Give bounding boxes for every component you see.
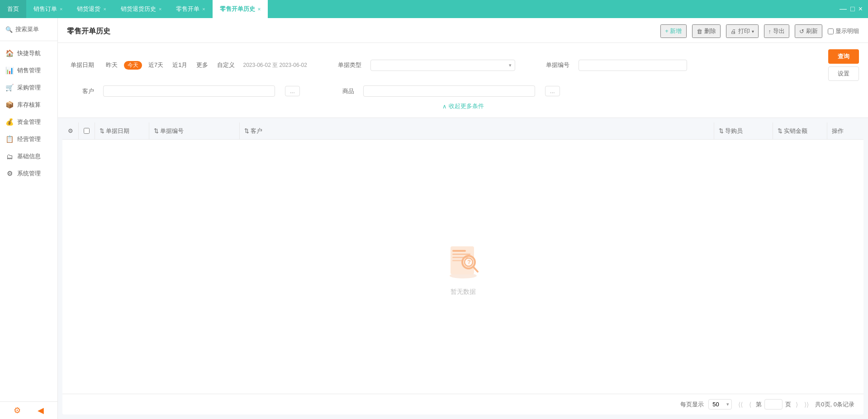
tab-sales-order-label: 销售订单 <box>33 5 57 13</box>
collapse-sidebar-icon[interactable]: ◀ <box>38 405 44 415</box>
svg-rect-3 <box>452 254 470 255</box>
print-arrow-icon: ▾ <box>752 29 754 34</box>
th-customer[interactable]: ⇅ 客户 <box>240 122 714 139</box>
page-header: 零售开单历史 + 新增 🗑 🗑 删除 删除 🖨 打印 ▾ ↑ 导出 <box>58 18 868 43</box>
show-details-checkbox[interactable] <box>828 28 834 34</box>
type-select[interactable] <box>370 60 515 71</box>
sidebar-item-sales-mgmt[interactable]: 📊 销售管理 <box>0 62 57 79</box>
tab-sales-return[interactable]: 销货退货 × <box>70 0 113 18</box>
empty-text: 暂无数据 <box>451 288 476 296</box>
th-action-label: 操作 <box>832 127 844 135</box>
tab-retail-open-close[interactable]: × <box>202 6 205 12</box>
table-area: ⚙ ⇅ 单据日期 ⇅ 单据编号 ⇅ 客户 ⇅ <box>62 122 863 414</box>
filter-row-2: 客户 ... 商品 ... <box>67 85 859 97</box>
th-guide[interactable]: ⇅ 导购员 <box>714 122 773 139</box>
svg-rect-2 <box>452 250 466 252</box>
customer-filter-input[interactable] <box>103 85 275 97</box>
settings-icon[interactable]: ⚙ <box>14 405 21 415</box>
sort-icon-num: ⇅ <box>154 127 159 134</box>
tab-home[interactable]: 首页 <box>0 0 26 18</box>
sidebar-item-purchase-mgmt[interactable]: 🛒 采购管理 <box>0 79 57 96</box>
sidebar-item-purchase-mgmt-label: 采购管理 <box>17 84 41 92</box>
sidebar-nav: 🏠 快捷导航 📊 销售管理 🛒 采购管理 📦 库存核算 💰 资金管理 📋 <box>0 41 57 401</box>
export-button[interactable]: ↑ 导出 <box>764 24 790 38</box>
tab-sales-return-history[interactable]: 销货退货历史 × <box>114 0 169 18</box>
sidebar-item-inventory[interactable]: 📦 库存核算 <box>0 96 57 113</box>
top-bar: 首页 销售订单 × 销货退货 × 销货退货历史 × 零售开单 × 零售开单历史 … <box>0 0 868 18</box>
maximize-button[interactable]: □ <box>850 5 855 13</box>
tab-retail-open[interactable]: 零售开单 × <box>169 0 212 18</box>
collapse-label: 收起更多条件 <box>449 102 484 110</box>
date-range-display: 2023-06-02 至 2023-06-02 <box>243 61 307 69</box>
operations-icon: 📋 <box>5 135 14 143</box>
last-page-button[interactable]: ⟩⟩ <box>802 400 811 409</box>
sidebar-item-quick-nav[interactable]: 🏠 快捷导航 <box>0 45 57 62</box>
delete-button[interactable]: 🗑 🗑 删除 删除 <box>692 24 721 38</box>
sidebar-item-inventory-label: 库存核算 <box>17 101 41 109</box>
filter-area: 单据日期 昨天 今天 近7天 近1月 更多 自定义 2023-06-02 至 2… <box>58 43 868 118</box>
customer-filter-label: 客户 <box>67 87 94 95</box>
1month-shortcut[interactable]: 近1月 <box>170 60 190 70</box>
show-details-label: 显示明细 <box>835 27 859 35</box>
num-filter-input[interactable] <box>579 60 687 71</box>
goods-filter-input[interactable] <box>363 85 535 97</box>
collapse-button[interactable]: ∧ 收起更多条件 <box>442 101 484 111</box>
7days-shortcut[interactable]: 近7天 <box>146 60 166 70</box>
collapse-arrow-icon: ∧ <box>442 103 447 110</box>
sidebar-item-quick-nav-label: 快捷导航 <box>17 49 41 57</box>
th-amount[interactable]: ⇅ 实销金额 <box>773 122 827 139</box>
table-header: ⚙ ⇅ 单据日期 ⇅ 单据编号 ⇅ 客户 ⇅ <box>62 122 863 140</box>
customer-ellipsis-button[interactable]: ... <box>285 86 300 96</box>
tab-home-label: 首页 <box>7 5 19 13</box>
sidebar-item-sys-mgmt[interactable]: ⚙ 系统管理 <box>0 165 57 182</box>
new-button[interactable]: + 新增 <box>660 24 686 38</box>
show-details-toggle[interactable]: 显示明细 <box>828 27 859 35</box>
yesterday-shortcut[interactable]: 昨天 <box>103 60 120 70</box>
close-button[interactable]: × <box>859 5 863 13</box>
sidebar-item-base-info[interactable]: 🗂 基础信息 <box>0 148 57 165</box>
tab-sales-return-history-close[interactable]: × <box>159 6 161 12</box>
custom-shortcut[interactable]: 自定义 <box>214 60 237 70</box>
sidebar-item-sales-mgmt-label: 销售管理 <box>17 66 41 75</box>
base-info-icon: 🗂 <box>5 153 14 160</box>
inventory-icon: 📦 <box>5 101 14 109</box>
refresh-button[interactable]: ↺ 刷新 <box>795 24 822 38</box>
setting-button[interactable]: 设置 <box>828 66 859 81</box>
tab-retail-open-history[interactable]: 零售开单历史 × <box>213 0 268 18</box>
sort-icon-amount: ⇅ <box>778 127 783 134</box>
page-nav: ⟨⟨ ⟨ 第 1 页 ⟩ ⟩⟩ <box>736 399 811 410</box>
query-button[interactable]: 查询 <box>828 49 859 64</box>
tab-retail-open-history-close[interactable]: × <box>258 6 261 12</box>
sidebar-item-operations[interactable]: 📋 经营管理 <box>0 131 57 148</box>
minimize-button[interactable]: — <box>840 5 847 13</box>
sort-icon-customer: ⇅ <box>244 127 249 134</box>
sidebar-item-finance[interactable]: 💰 资金管理 <box>0 113 57 131</box>
tab-sales-order[interactable]: 销售订单 × <box>26 0 70 18</box>
tab-sales-return-close[interactable]: × <box>103 6 106 12</box>
content-area: 零售开单历史 + 新增 🗑 🗑 删除 删除 🖨 打印 ▾ ↑ 导出 <box>58 18 868 419</box>
th-settings[interactable]: ⚙ <box>62 122 79 139</box>
more-shortcut[interactable]: 更多 <box>194 60 211 70</box>
sidebar-bottom: ⚙ ◀ <box>0 401 57 419</box>
select-all-checkbox[interactable] <box>84 128 90 134</box>
first-page-button[interactable]: ⟨⟨ <box>736 400 745 409</box>
table-body: ? 暂无数据 <box>62 140 863 394</box>
th-checkbox[interactable] <box>79 122 95 139</box>
next-page-button[interactable]: ⟩ <box>794 400 800 409</box>
page-size-select[interactable]: 50 100 200 <box>708 399 732 410</box>
th-date[interactable]: ⇅ 单据日期 <box>95 122 149 139</box>
tab-sales-order-close[interactable]: × <box>60 6 62 12</box>
purchase-mgmt-icon: 🛒 <box>5 84 14 92</box>
today-shortcut[interactable]: 今天 <box>124 61 142 70</box>
type-filter-label: 单据类型 <box>334 61 361 69</box>
goods-ellipsis-button[interactable]: ... <box>545 86 560 96</box>
th-num[interactable]: ⇅ 单据编号 <box>149 122 240 139</box>
prev-page-button[interactable]: ⟨ <box>747 400 753 409</box>
page-number-input[interactable]: 1 <box>764 399 783 410</box>
print-button[interactable]: 🖨 打印 ▾ <box>726 24 759 38</box>
sidebar-search-label: 搜索菜单 <box>15 25 39 33</box>
tab-sales-return-label: 销货退货 <box>77 5 100 13</box>
gear-icon: ⚙ <box>68 127 73 134</box>
page-size-wrapper: 50 100 200 ▾ <box>708 399 732 410</box>
sidebar-search[interactable]: 🔍 搜索菜单 <box>0 23 57 36</box>
